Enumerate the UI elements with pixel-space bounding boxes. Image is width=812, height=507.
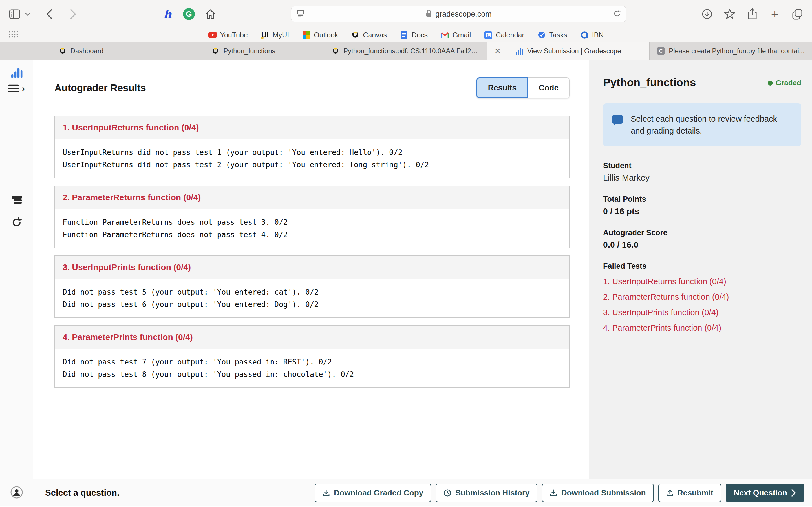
select-question-message: Select a question. <box>45 488 119 498</box>
test-output-line: Function ParameterReturns does not pass … <box>63 228 561 241</box>
lock-icon <box>426 9 432 19</box>
icon-lms-favicon <box>332 47 340 55</box>
outlook-icon <box>302 31 310 39</box>
test-section-title[interactable]: 1. UserInputReturns function (0/4) <box>63 123 199 132</box>
test-output-line: Did not pass test 8 (your output: 'You p… <box>63 368 561 381</box>
results-code-toggle: Results Code <box>476 77 569 98</box>
test-section-title[interactable]: 2. ParameterReturns function (0/4) <box>63 193 201 202</box>
favorite-outlook[interactable]: Outlook <box>302 31 338 39</box>
calendar-icon: 31 <box>484 31 492 39</box>
docs-icon <box>400 31 408 39</box>
gmail-icon <box>441 31 449 39</box>
student-label: Student <box>603 161 801 170</box>
download-submission-button[interactable]: Download Submission <box>542 484 654 502</box>
ibn-icon <box>580 31 589 39</box>
left-rail: › <box>0 60 33 479</box>
favorite-gmail[interactable]: Gmail <box>441 31 471 39</box>
favorite-youtube[interactable]: YouTube <box>208 31 248 39</box>
tab-overview-icon[interactable] <box>791 8 804 20</box>
test-output-line: Did not pass test 5 (your output: 'You e… <box>63 286 561 298</box>
expand-menu-icon[interactable]: › <box>0 84 33 93</box>
assignment-title: Python_functions <box>603 76 696 89</box>
next-question-button[interactable]: Next Question <box>726 484 804 502</box>
test-output-line: Did not pass test 7 (your output: 'You p… <box>63 356 561 368</box>
address-bar[interactable]: gradescope.com <box>291 6 626 22</box>
tab-view-submission[interactable]: ✕ View Submission | Gradescope <box>487 42 650 60</box>
sidebar-chevron-icon[interactable] <box>24 8 31 20</box>
failed-test-link-3[interactable]: 3. UserInputPrints function (0/4) <box>603 308 801 317</box>
test-section-1: 1. UserInputReturns function (0/4) UserI… <box>54 116 569 178</box>
bottom-action-bar: Select a question. Download Graded Copy … <box>0 479 812 506</box>
canvas-icon <box>351 31 359 39</box>
account-icon[interactable] <box>10 486 23 500</box>
downloads-icon[interactable] <box>701 8 713 20</box>
favorite-ibn[interactable]: IBN <box>580 31 604 39</box>
icon-lms-favicon <box>211 47 219 55</box>
download-graded-copy-button[interactable]: Download Graded Copy <box>315 484 431 502</box>
failed-tests-label: Failed Tests <box>603 262 801 271</box>
autograder-results-panel: Autograder Results Results Code 1. UserI… <box>33 60 589 479</box>
bookmark-star-icon[interactable] <box>723 8 736 20</box>
new-tab-icon[interactable]: + <box>769 8 781 20</box>
comment-bubble-icon <box>612 115 623 136</box>
total-points-label: Total Points <box>603 195 801 204</box>
tab-python-functions-pdf[interactable]: Python_functions.pdf: CS:1110:0AAA Fall2… <box>325 42 487 60</box>
test-output-line: UserInputReturns did not pass test 1 (yo… <box>63 146 561 159</box>
svg-text:31: 31 <box>486 34 490 37</box>
favorites-bar: YouTube UI MyUI Outlook Canvas Do <box>0 28 812 42</box>
results-tab[interactable]: Results <box>476 77 528 98</box>
grammarly-extension-icon[interactable]: G <box>183 8 195 20</box>
student-name: Lillis Markey <box>603 173 801 182</box>
home-icon[interactable] <box>204 8 216 20</box>
test-output-line: UserInputReturns did not pass test 2 (yo… <box>63 159 561 171</box>
handshake-extension-icon[interactable]: h <box>161 8 174 20</box>
favorites-grid-icon[interactable] <box>8 31 18 39</box>
icon-lms-favicon <box>59 47 66 55</box>
refresh-icon[interactable] <box>0 217 33 228</box>
tab-bar: Dashboard Python_functions Python_functi… <box>0 42 812 60</box>
page-title: Autograder Results <box>54 82 146 94</box>
test-section-title[interactable]: 3. UserInputPrints function (0/4) <box>63 263 191 272</box>
test-section-title[interactable]: 4. ParameterPrints function (0/4) <box>63 332 193 342</box>
tab-ai-chat[interactable]: C Please create Python_fun.py file that … <box>650 42 812 60</box>
favorite-calendar[interactable]: 31 Calendar <box>484 31 524 39</box>
regrade-requests-icon[interactable] <box>0 195 33 204</box>
favorite-docs[interactable]: Docs <box>400 31 428 39</box>
sidebar-toggle-icon[interactable] <box>8 8 21 20</box>
submission-history-button[interactable]: Submission History <box>436 484 538 502</box>
graded-dot-icon <box>768 80 773 86</box>
tasks-icon <box>538 31 546 39</box>
close-tab-icon[interactable]: ✕ <box>495 47 501 55</box>
myui-icon: UI <box>261 31 269 39</box>
gradescope-favicon <box>515 47 523 55</box>
autograder-score-value: 0.0 / 16.0 <box>603 240 801 249</box>
submission-sidebar: Python_functions Graded Select each ques… <box>589 60 812 479</box>
test-section-2: 2. ParameterReturns function (0/4) Funct… <box>54 186 569 248</box>
favorite-canvas[interactable]: Canvas <box>351 31 387 39</box>
favorite-myui[interactable]: UI MyUI <box>261 31 289 39</box>
test-output-line: Did not pass test 6 (your output: 'You e… <box>63 298 561 311</box>
total-points-value: 0 / 16 pts <box>603 207 801 216</box>
failed-test-link-2[interactable]: 2. ParameterReturns function (0/4) <box>603 292 801 302</box>
tab-python-functions[interactable]: Python_functions <box>162 42 325 60</box>
claude-favicon: C <box>657 47 665 55</box>
feedback-notice: Select each question to review feedback … <box>603 103 801 146</box>
status-badge: Graded <box>768 78 801 87</box>
test-output-line: Function ParameterReturns does not pass … <box>63 216 561 228</box>
share-icon[interactable] <box>746 8 758 20</box>
failed-test-link-1[interactable]: 1. UserInputReturns function (0/4) <box>603 277 801 286</box>
forward-icon[interactable] <box>67 8 80 20</box>
code-tab[interactable]: Code <box>528 77 569 98</box>
favorite-tasks[interactable]: Tasks <box>538 31 567 39</box>
back-icon[interactable] <box>43 8 55 20</box>
youtube-icon <box>208 31 217 39</box>
tab-dashboard[interactable]: Dashboard <box>0 42 162 60</box>
autograder-score-label: Autograder Score <box>603 228 801 237</box>
test-section-4: 4. ParameterPrints function (0/4) Did no… <box>54 325 569 388</box>
failed-test-link-4[interactable]: 4. ParameterPrints function (0/4) <box>603 323 801 333</box>
address-url: gradescope.com <box>435 10 492 18</box>
gradescope-logo-icon[interactable] <box>0 67 33 78</box>
test-section-3: 3. UserInputPrints function (0/4) Did no… <box>54 256 569 318</box>
browser-toolbar: h G gradescope.com <box>0 0 812 28</box>
resubmit-button[interactable]: Resubmit <box>658 484 721 502</box>
